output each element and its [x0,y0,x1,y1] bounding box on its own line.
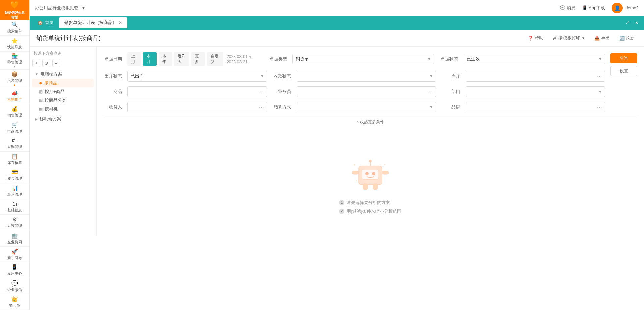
brand-label: 品牌 [441,104,460,110]
finance-icon: 💳 [11,169,18,175]
product-label: 商品 [103,89,122,95]
svg-point-2 [365,172,369,175]
stock-status-select[interactable]: 已出库 ▼ [127,71,267,82]
empty-tip-1: 1 请先选择要分析的方案 [339,198,401,207]
sidebar-item-ecommerce[interactable]: 🛒 电商管理 [0,120,29,136]
tree-node-by-month-product[interactable]: ▦ 按月+商品 [32,87,94,96]
mobile-expand-icon: ▶ [35,117,38,121]
sidebar-item-inventory-label: 库存核算 [7,160,22,165]
print-dropdown-icon: ▼ [582,36,585,40]
date-tab-this-year[interactable]: 本年 [159,52,172,66]
sidebar-item-system-label: 系统管理 [7,223,22,228]
tree-node-pc-label: 电脑端方案 [40,71,62,77]
sidebar-item-operations[interactable]: 📊 经营管理 [0,183,29,199]
brand-select[interactable]: ··· [466,102,605,112]
purchase-icon: 🛍 [12,138,17,144]
salesperson-select[interactable]: ··· [297,86,436,97]
wechat-icon: 💬 [11,280,18,287]
app-download-icon: 📱 [582,5,587,10]
tree-edit-button[interactable]: ⊙ [42,59,50,67]
sidebar-item-finance[interactable]: 💳 资金管理 [0,167,29,183]
header-template-selector[interactable]: 办公用品行业模拟账套 ▼ [35,5,86,11]
date-tab-more[interactable]: 更多 [191,52,205,66]
salesperson-dots-icon: ··· [428,89,433,94]
sidebar-item-retail[interactable]: 🏪 零售管理 ▼ [0,52,29,70]
date-range-display: 2023-03-01 至 2023-03-31 [227,54,263,64]
sidebar-item-basic[interactable]: 🗂 基础信息 [0,199,29,215]
tab-stats[interactable]: 销货单统计计表（按商品） ✕ [59,17,127,28]
sidebar-item-enterprise[interactable]: 🏢 企业协同 [0,230,29,246]
page-title: 销货单统计计表(按商品) [36,34,101,42]
sidebar-item-basic-label: 基础信息 [7,208,22,213]
tree-node-pc[interactable]: ▼ 电脑端方案 [32,70,94,79]
tree-collapse-button[interactable]: « [52,59,60,67]
message-label: 消息 [567,5,575,11]
department-select[interactable]: ▼ [466,86,605,97]
message-icon: 💬 [560,5,565,10]
sidebar-item-member[interactable]: 👑 畅会员 [0,294,29,310]
status-filter-select[interactable]: 已生效 ▼ [464,54,605,64]
date-tab-last7days[interactable]: 近7天 [174,52,189,66]
sidebar-item-guide[interactable]: 🚀 新手引导 [0,247,29,262]
type-filter-select[interactable]: 销货单 ▼ [292,54,434,64]
template-print-button[interactable]: 🖨 按模板打印 ▼ [550,34,588,42]
sidebar-item-marketing[interactable]: 📣 营销推广 [0,88,29,104]
sidebar-item-member-label: 畅会员 [9,303,20,308]
help-icon: ❓ [528,36,533,41]
tree-node-mobile-label: 移动端方案 [40,116,61,122]
sidebar-item-ecommerce-label: 电商管理 [7,129,22,134]
receiver-select[interactable]: ··· [127,102,267,112]
page-actions: ❓ 帮助 🖨 按模板打印 ▼ 📤 导出 🔄 刷新 [525,34,637,42]
receiver-dots-icon: ··· [259,104,264,110]
tab-home[interactable]: 🏠 首页 [32,17,59,28]
sidebar-item-nav[interactable]: ⭐ 快捷导航 [0,36,29,51]
export-icon: 📤 [594,36,600,41]
sidebar-item-apps[interactable]: 📱 应用中心 [0,262,29,278]
settings-button[interactable]: 设置 [610,66,637,76]
date-tab-last-month[interactable]: 上月 [127,52,141,66]
message-action[interactable]: 💬 消息 [560,5,575,11]
query-button[interactable]: 查询 [610,53,637,63]
export-button[interactable]: 📤 导出 [592,34,612,42]
collapse-icon: ^ [357,120,359,125]
template-print-label: 按模板打印 [558,35,580,41]
sidebar-item-purchase[interactable]: 🛍 采购管理 [0,136,29,152]
refresh-button[interactable]: 🔄 刷新 [616,34,637,42]
tree-node-by-printer[interactable]: ▦ 按司机 [32,105,94,113]
sidebar-item-search[interactable]: 🔍 搜索菜单 [0,20,29,36]
sidebar-item-sales[interactable]: 💰 销售管理 [0,104,29,120]
sidebar-item-wholesale[interactable]: 📦 批发管理 ▲ [0,70,29,88]
warehouse-label: 仓库 [441,73,460,79]
product-select[interactable]: ··· [127,86,267,97]
date-filter-row: 单据日期 上月 本月 本年 近7天 更多 自定义 2023-03-01 至 20… [103,52,605,66]
sidebar-item-inventory[interactable]: 📋 库存核算 [0,152,29,167]
sidebar-item-retail-label: 零售管理 [7,60,22,65]
status-filter-value: 已生效 [467,56,480,62]
tree-node-by-month-product-label: 按月+商品 [45,89,65,95]
date-tab-custom[interactable]: 自定义 [207,52,223,66]
app-download-action[interactable]: 📱 App下载 [582,5,605,11]
tree-node-by-product[interactable]: ● 按商品 [32,79,94,87]
tab-maximize-button[interactable]: ⤢ [623,20,632,25]
pay-status-select[interactable]: ▼ [297,71,436,82]
sidebar-item-wechat[interactable]: 💬 企业微信 [0,278,29,294]
warehouse-select[interactable]: ··· [466,71,605,82]
payment-select[interactable]: ▼ [297,102,436,112]
tree-add-button[interactable]: + [32,59,40,67]
type-filter-value: 销货单 [296,56,309,62]
tree-node-mobile[interactable]: ▶ 移动端方案 [32,115,94,123]
sidebar-item-system[interactable]: ⚙ 系统管理 [0,215,29,230]
user-menu[interactable]: 👤 demo2 [612,3,639,13]
date-tab-this-month[interactable]: 本月 [143,52,156,66]
collapse-row[interactable]: ^ 收起更多条件 [103,117,637,127]
help-button[interactable]: ❓ 帮助 [525,34,546,42]
department-dropdown-icon: ▼ [598,90,602,94]
tree-node-by-category-label: 按商品分类 [45,97,66,103]
tab-close-all-button[interactable]: ✕ [632,20,641,25]
sidebar-item-finance-label: 资金管理 [7,176,22,181]
tree-node-by-category[interactable]: ▦ 按商品分类 [32,96,94,105]
tab-close-button[interactable]: ✕ [119,20,122,25]
product-dots-icon: ··· [259,89,264,94]
ecommerce-icon: 🛒 [11,122,18,128]
query-buttons: 查询 设置 [610,52,637,76]
